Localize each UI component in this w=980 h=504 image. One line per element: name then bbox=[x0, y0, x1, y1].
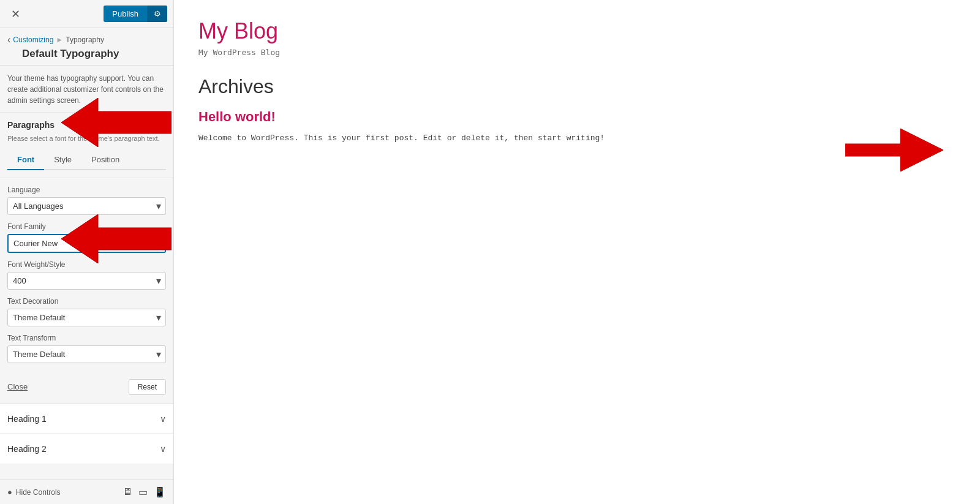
close-button[interactable]: ✕ bbox=[6, 5, 25, 23]
font-weight-select[interactable]: 400 700 Italic Bold Italic bbox=[7, 272, 166, 290]
post-body: Welcome to WordPress. This is your first… bbox=[198, 132, 956, 145]
typography-label: Typography bbox=[66, 36, 104, 44]
text-decoration-select-wrap: Theme Default None Underline Line-throug… bbox=[7, 309, 166, 326]
eye-icon: ● bbox=[7, 487, 12, 497]
hide-controls-label: Hide Controls bbox=[16, 488, 61, 497]
publish-label: Publish bbox=[104, 6, 147, 22]
accordion-heading2-arrow: ∨ bbox=[160, 444, 166, 454]
paragraphs-title: Paragraphs bbox=[7, 120, 166, 130]
text-decoration-select[interactable]: Theme Default None Underline Line-throug… bbox=[7, 309, 166, 326]
accordion-heading1-label: Heading 1 bbox=[7, 414, 47, 424]
font-weight-field-group: Font Weight/Style 400 700 Italic Bold It… bbox=[0, 260, 173, 290]
paragraphs-desc: Please select a font for the theme's par… bbox=[7, 134, 166, 144]
info-text: Your theme has typography support. You c… bbox=[0, 66, 173, 113]
text-transform-select[interactable]: Theme Default None Uppercase Lowercase C… bbox=[7, 345, 166, 363]
right-preview: My Blog My WordPress Blog Archives Hello… bbox=[174, 0, 980, 504]
font-family-label: Font Family bbox=[7, 222, 166, 231]
device-icons: 🖥 ▭ 📱 bbox=[123, 486, 166, 498]
gear-icon: ⚙ bbox=[147, 6, 167, 22]
accordion-heading1-header[interactable]: Heading 1 ∨ bbox=[0, 404, 173, 434]
language-label: Language bbox=[7, 186, 166, 194]
language-field-group: Language All Languages Latin Cyrillic Gr… bbox=[0, 186, 173, 215]
tab-position[interactable]: Position bbox=[81, 150, 129, 170]
text-transform-field-group: Text Transform Theme Default None Upperc… bbox=[0, 334, 173, 363]
language-select[interactable]: All Languages Latin Cyrillic Greek bbox=[7, 197, 166, 215]
text-decoration-label: Text Decoration bbox=[7, 297, 166, 306]
accordion-heading2-label: Heading 2 bbox=[7, 444, 47, 454]
font-family-field-group: Font Family bbox=[0, 222, 173, 253]
text-transform-select-wrap: Theme Default None Uppercase Lowercase C… bbox=[7, 345, 166, 363]
mobile-icon[interactable]: 📱 bbox=[154, 486, 166, 498]
archives-heading: Archives bbox=[198, 75, 956, 98]
blog-title: My Blog bbox=[198, 18, 956, 44]
font-weight-label: Font Weight/Style bbox=[7, 260, 166, 269]
breadcrumb-area: ‹ Customizing ► Typography Default Typog… bbox=[0, 28, 173, 66]
tab-font[interactable]: Font bbox=[7, 150, 44, 170]
accordion-heading2-header[interactable]: Heading 2 ∨ bbox=[0, 434, 173, 464]
accordion-heading1-arrow: ∨ bbox=[160, 414, 166, 424]
publish-button[interactable]: Publish ⚙ bbox=[104, 6, 167, 22]
action-buttons: Close Reset bbox=[0, 370, 173, 404]
tablet-icon[interactable]: ▭ bbox=[138, 486, 148, 498]
font-tabs: Font Style Position bbox=[7, 150, 166, 170]
red-arrow-right bbox=[845, 122, 943, 178]
blog-subtitle: My WordPress Blog bbox=[198, 48, 956, 57]
accordion-heading2: Heading 2 ∨ bbox=[0, 434, 173, 464]
paragraphs-section: Paragraphs Please select a font for the … bbox=[0, 113, 173, 178]
customizing-link[interactable]: Customizing bbox=[13, 36, 53, 44]
font-family-input[interactable] bbox=[7, 234, 166, 253]
desktop-icon[interactable]: 🖥 bbox=[123, 486, 132, 498]
language-select-wrap: All Languages Latin Cyrillic Greek bbox=[7, 197, 166, 215]
close-link-button[interactable]: Close bbox=[7, 382, 28, 391]
reset-button[interactable]: Reset bbox=[129, 379, 166, 395]
breadcrumb: ‹ Customizing ► Typography bbox=[7, 34, 166, 45]
panel-content: Your theme has typography support. You c… bbox=[0, 66, 173, 480]
text-decoration-field-group: Text Decoration Theme Default None Under… bbox=[0, 297, 173, 326]
font-weight-select-wrap: 400 700 Italic Bold Italic bbox=[7, 272, 166, 290]
back-arrow-icon[interactable]: ‹ bbox=[7, 34, 10, 45]
hide-controls[interactable]: ● Hide Controls bbox=[7, 487, 61, 497]
post-title: Hello world! bbox=[198, 109, 956, 125]
tab-style[interactable]: Style bbox=[44, 150, 81, 170]
accordion-heading1: Heading 1 ∨ bbox=[0, 404, 173, 434]
separator: ► bbox=[56, 36, 63, 44]
bottom-bar: ● Hide Controls 🖥 ▭ 📱 bbox=[0, 480, 173, 504]
text-transform-label: Text Transform bbox=[7, 334, 166, 342]
left-panel: ✕ Publish ⚙ ‹ Customizing ► Typography D… bbox=[0, 0, 174, 504]
top-bar: ✕ Publish ⚙ bbox=[0, 0, 173, 28]
panel-title: Default Typography bbox=[7, 48, 166, 60]
